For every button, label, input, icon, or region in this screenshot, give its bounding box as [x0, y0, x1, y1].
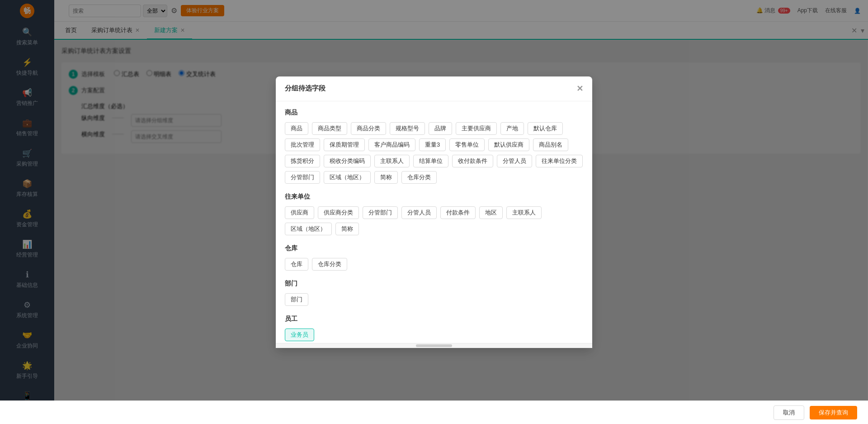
- save-query-button[interactable]: 保存并查询: [810, 406, 857, 419]
- field-tag-2-1[interactable]: 仓库分类: [312, 258, 347, 271]
- field-tag-1-0[interactable]: 供应商: [285, 206, 314, 219]
- modal-overlay: 分组待选字段 ✕ 商品商品商品类型商品分类规格型号品牌主要供应商产地默认仓库批次…: [0, 0, 868, 424]
- field-tag-1-1[interactable]: 供应商分类: [318, 206, 359, 219]
- field-tag-0-23[interactable]: 区域（地区）: [324, 171, 371, 184]
- field-tag-0-17[interactable]: 主联系人: [374, 155, 410, 167]
- field-tag-0-24[interactable]: 简称: [374, 171, 398, 184]
- field-section-2: 仓库仓库仓库分类: [285, 244, 583, 271]
- section-title-1: 往来单位: [285, 193, 583, 201]
- field-tag-0-22[interactable]: 分管部门: [285, 171, 320, 184]
- field-section-1: 往来单位供应商供应商分类分管部门分管人员付款条件地区主联系人区域（地区）简称: [285, 193, 583, 235]
- field-tag-0-19[interactable]: 收付款条件: [452, 155, 493, 167]
- field-tag-0-9[interactable]: 保质期管理: [324, 138, 365, 151]
- field-selection-modal: 分组待选字段 ✕ 商品商品商品类型商品分类规格型号品牌主要供应商产地默认仓库批次…: [276, 76, 592, 348]
- field-section-4: 员工业务员: [285, 315, 583, 341]
- field-tag-0-21[interactable]: 往来单位分类: [536, 155, 583, 167]
- section-title-3: 部门: [285, 280, 583, 288]
- field-section-3: 部门部门: [285, 280, 583, 306]
- field-tags-0: 商品商品类型商品分类规格型号品牌主要供应商产地默认仓库批次管理保质期管理客户商品…: [285, 122, 583, 184]
- field-tag-0-1[interactable]: 商品类型: [312, 122, 347, 135]
- field-tags-1: 供应商供应商分类分管部门分管人员付款条件地区主联系人区域（地区）简称: [285, 206, 583, 235]
- field-tag-0-25[interactable]: 仓库分类: [401, 171, 437, 184]
- field-tag-1-2[interactable]: 分管部门: [363, 206, 398, 219]
- field-tag-0-11[interactable]: 重量3: [419, 138, 446, 151]
- section-title-2: 仓库: [285, 244, 583, 252]
- field-tag-1-8[interactable]: 简称: [335, 223, 359, 235]
- field-tag-0-7[interactable]: 默认仓库: [528, 122, 563, 135]
- field-tag-0-5[interactable]: 主要供应商: [456, 122, 497, 135]
- field-tag-1-7[interactable]: 区域（地区）: [285, 223, 332, 235]
- field-tag-0-16[interactable]: 税收分类编码: [324, 155, 371, 167]
- field-tag-0-0[interactable]: 商品: [285, 122, 308, 135]
- field-tags-3: 部门: [285, 293, 583, 306]
- field-tag-2-0[interactable]: 仓库: [285, 258, 308, 271]
- field-tag-0-15[interactable]: 拣货积分: [285, 155, 320, 167]
- field-tag-0-13[interactable]: 默认供应商: [488, 138, 529, 151]
- field-tag-0-8[interactable]: 批次管理: [285, 138, 320, 151]
- field-section-0: 商品商品商品类型商品分类规格型号品牌主要供应商产地默认仓库批次管理保质期管理客户…: [285, 109, 583, 184]
- field-tag-4-0[interactable]: 业务员: [285, 329, 314, 341]
- field-tag-0-14[interactable]: 商品别名: [533, 138, 568, 151]
- field-tag-0-12[interactable]: 零售单位: [449, 138, 485, 151]
- modal-horizontal-scrollbar[interactable]: [276, 343, 592, 348]
- field-tag-0-4[interactable]: 品牌: [429, 122, 452, 135]
- field-tag-0-18[interactable]: 结算单位: [413, 155, 448, 167]
- field-tag-0-10[interactable]: 客户商品编码: [368, 138, 415, 151]
- field-tag-0-3[interactable]: 规格型号: [390, 122, 425, 135]
- section-title-0: 商品: [285, 109, 583, 117]
- field-tags-4: 业务员: [285, 329, 583, 341]
- field-tag-1-6[interactable]: 主联系人: [506, 206, 542, 219]
- modal-close-button[interactable]: ✕: [576, 84, 583, 94]
- field-tag-1-4[interactable]: 付款条件: [440, 206, 476, 219]
- field-tag-1-5[interactable]: 地区: [479, 206, 503, 219]
- field-tag-0-6[interactable]: 产地: [500, 122, 524, 135]
- modal-body: 商品商品商品类型商品分类规格型号品牌主要供应商产地默认仓库批次管理保质期管理客户…: [276, 101, 592, 343]
- field-tag-0-20[interactable]: 分管人员: [497, 155, 532, 167]
- footer-bar: 取消 保存并查询: [0, 400, 868, 424]
- field-tag-0-2[interactable]: 商品分类: [351, 122, 386, 135]
- field-tags-2: 仓库仓库分类: [285, 258, 583, 271]
- modal-title: 分组待选字段: [285, 84, 326, 93]
- modal-header: 分组待选字段 ✕: [276, 76, 592, 101]
- cancel-button[interactable]: 取消: [774, 405, 804, 420]
- field-tag-3-0[interactable]: 部门: [285, 293, 308, 306]
- field-tag-1-3[interactable]: 分管人员: [401, 206, 437, 219]
- section-title-4: 员工: [285, 315, 583, 323]
